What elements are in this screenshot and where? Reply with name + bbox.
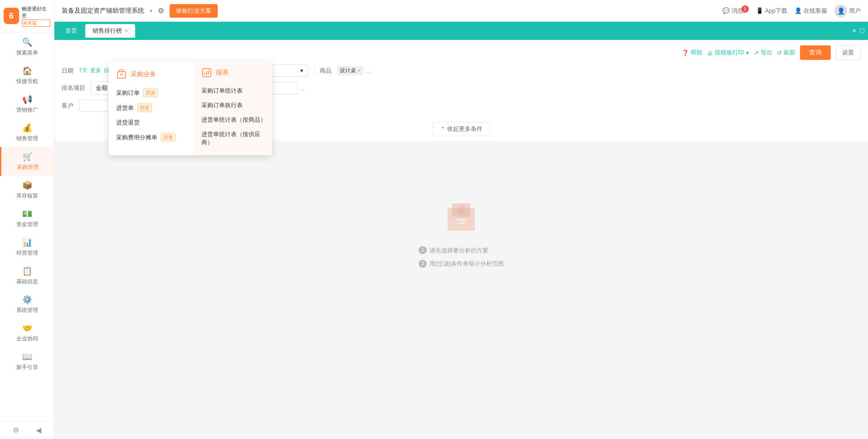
sidebar-item-inventory[interactable]: 📦 库存核算 [0, 176, 54, 204]
sidebar-item-system[interactable]: ⚙️ 系统管理 [0, 290, 54, 319]
purchase-icon: 🛒 [23, 152, 33, 162]
refresh-icon: ↺ [777, 49, 782, 56]
goods-tag-close-icon[interactable]: × [358, 68, 361, 73]
marketing-icon: 📢 [22, 94, 32, 104]
goods-label: 商品 [320, 67, 332, 75]
tab-close-icon[interactable]: × [125, 28, 128, 34]
svg-rect-4 [458, 222, 465, 224]
guide-icon: 📖 [22, 352, 32, 362]
search-icon: 🔍 [22, 37, 32, 47]
message-icon: 💬 [722, 7, 730, 14]
report-section-title: 报表 [201, 67, 267, 78]
date-label: 日期 [62, 67, 73, 75]
step-1-num: 1 [419, 246, 427, 254]
inventory-icon: 📦 [22, 180, 32, 190]
collapse-icon: ⌃ [440, 126, 445, 133]
history-tag-1: 历史 [137, 104, 152, 112]
sidebar-item-guide[interactable]: 📖 新手引导 [0, 347, 54, 376]
print-icon: 🖨 [707, 49, 713, 56]
settings-bottom-icon[interactable]: ⚙ [13, 426, 19, 434]
tab-restore-icon[interactable]: □ [860, 27, 864, 35]
notification-item[interactable]: 💬 消息 5 [722, 7, 749, 15]
online-service-item[interactable]: 👤 在线客服 [795, 7, 827, 15]
export-button[interactable]: ↗ 导出 [754, 49, 772, 57]
tab-sales-rank[interactable]: 销售排行榜 × [85, 24, 135, 38]
sidebar-item-finance[interactable]: 💵 资金管理 [0, 204, 54, 233]
sidebar-item-basic-info[interactable]: 📋 基础信息 [0, 261, 54, 290]
sidebar-item-quick-nav[interactable]: 🏠 快捷导航 [0, 61, 54, 90]
logo: 6 畅捷通好生意 标准版 [0, 0, 54, 33]
app-download-item[interactable]: 📱 App下载 [756, 7, 787, 15]
svg-rect-3 [456, 219, 467, 221]
report-section: 报表 采购订单统计表 采购订单执行表 进货单统计表（按商品） 进货单统计表（按供 [194, 62, 272, 155]
menu-item-stock-stat-supplier[interactable]: 进货单统计表（按供应商） [201, 127, 267, 150]
sales-icon: 💰 [22, 123, 32, 133]
empty-illustration [439, 194, 484, 240]
purchase-section: 采购业务 采购订单 历史 进货单 历史 进货退货 [116, 69, 187, 148]
menu-item-purchase-order-exec[interactable]: 采购订单执行表 [201, 98, 267, 113]
sidebar-item-cooperation[interactable]: 🤝 企业协同 [0, 319, 54, 347]
query-button[interactable]: 查询 [800, 45, 831, 60]
menu-item-stock-return[interactable]: 进货退货 [116, 115, 187, 130]
user-item[interactable]: 👤 用户 [834, 5, 861, 17]
home-icon: 🏠 [22, 66, 32, 76]
tab-home[interactable]: 首页 [58, 24, 84, 38]
collapse-filter-button[interactable]: ⌃ 收起更多条件 [433, 122, 490, 136]
date-7days-link[interactable]: 7天 [79, 67, 88, 74]
order-status-arrow-icon: ▾ [300, 67, 303, 74]
toolbar-row: ❓ 帮助 🖨 按模板打印 ▾ ↗ 导出 ↺ [62, 45, 861, 60]
toolbar-actions: ❓ 帮助 🖨 按模板打印 ▾ ↗ 导出 ↺ [682, 45, 861, 60]
menu-item-purchase-order-stat[interactable]: 采购订单统计表 [201, 84, 267, 98]
topbar: 装备及固定资产辅助管理系统 ▾ ⚙ 体验行业方案 💬 消息 5 📱 App下载 … [54, 0, 868, 22]
purchase-section-label: 采购业务 [131, 70, 156, 79]
collapse-sidebar-icon[interactable]: ◀ [36, 426, 41, 434]
filter-settings-button[interactable]: 设置 [835, 45, 861, 60]
help-button[interactable]: ❓ 帮助 [682, 49, 702, 57]
export-icon: ↗ [754, 49, 759, 56]
content-area: ❓ 帮助 🖨 按模板打印 ▾ ↗ 导出 ↺ [54, 40, 868, 439]
phone-icon: 📱 [756, 7, 763, 14]
svg-point-2 [458, 207, 465, 214]
operations-icon: 📊 [22, 237, 32, 247]
menu-item-purchase-order[interactable]: 采购订单 历史 [116, 85, 187, 100]
history-tag-0: 历史 [143, 89, 158, 97]
purchase-section-title: 采购业务 [116, 69, 187, 80]
goods-more-btn[interactable]: ... [366, 67, 371, 74]
menu-item-stock-in[interactable]: 进货单 历史 [116, 100, 187, 115]
sidebar: 6 畅捷通好生意 标准版 🔍 搜索菜单 🏠 快捷导航 📢 营销推广 💰 销售管理… [0, 0, 54, 439]
svg-point-7 [122, 74, 123, 75]
print-button[interactable]: 🖨 按模板打印 ▾ [707, 49, 749, 57]
cooperation-icon: 🤝 [22, 323, 32, 333]
avatar: 👤 [834, 5, 847, 17]
sidebar-item-operations[interactable]: 📊 经营管理 [0, 233, 54, 261]
tabbar-right: × □ [852, 27, 864, 35]
main-area: 装备及固定资产辅助管理系统 ▾ ⚙ 体验行业方案 💬 消息 5 📱 App下载 … [54, 0, 868, 439]
sidebar-bottom: ⚙ ◀ [0, 421, 54, 439]
logo-icon: 6 [4, 8, 19, 24]
tab-close-window-icon[interactable]: × [852, 27, 856, 35]
logo-text: 畅捷通好生意 [22, 5, 50, 20]
dropdown-menu: 采购业务 采购订单 历史 进货单 历史 进货退货 [109, 62, 272, 155]
print-arrow-icon: ▾ [746, 49, 749, 56]
help-icon: ❓ [682, 49, 689, 56]
sidebar-item-sales[interactable]: 💰 销售管理 [0, 118, 54, 147]
empty-text: 1 请先选择要分析的方案 2 用[过滤]条件来缩小分析范围 [419, 245, 503, 269]
sidebar-item-search[interactable]: 🔍 搜索菜单 [0, 33, 54, 61]
sidebar-item-purchase[interactable]: 🛒 采购管理 [0, 147, 54, 176]
date-more-link[interactable]: 更多 [90, 67, 101, 74]
empty-step-1: 1 请先选择要分析的方案 [419, 245, 503, 256]
menu-item-purchase-expense[interactable]: 采购费用分摊单 历史 [116, 130, 187, 145]
sidebar-item-marketing[interactable]: 📢 营销推广 [0, 90, 54, 118]
topbar-settings-icon[interactable]: ⚙ [158, 6, 164, 15]
topbar-arrow-icon[interactable]: ▾ [150, 8, 152, 14]
customer-label: 客户 [62, 102, 73, 110]
salesperson-more-btn[interactable]: ... [300, 85, 305, 92]
topbar-right: 💬 消息 5 📱 App下载 👤 在线客服 👤 用户 [722, 5, 861, 17]
logo-tag: 标准版 [22, 20, 50, 27]
menu-item-stock-stat-goods[interactable]: 进货单统计表（按商品） [201, 113, 267, 127]
service-icon: 👤 [795, 7, 802, 14]
step-2-num: 2 [419, 260, 427, 268]
solution-button[interactable]: 体验行业方案 [170, 4, 218, 18]
topbar-title: 装备及固定资产辅助管理系统 [62, 7, 144, 15]
refresh-button[interactable]: ↺ 刷新 [777, 49, 795, 57]
